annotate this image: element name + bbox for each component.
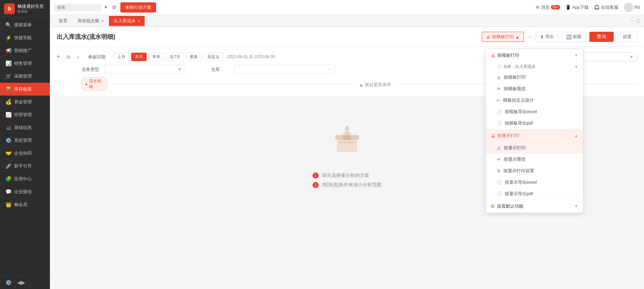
empty-steps: 1 请先选择要分析的方案 2 用[筛选]条件来缩小分析范围 bbox=[313, 170, 381, 189]
item-excel-icon: 📄 bbox=[497, 109, 502, 114]
tab-maximize-icon[interactable]: □ bbox=[637, 18, 640, 24]
display-preview-item-label: 按显示预览 bbox=[504, 156, 526, 162]
sidebar-item-operations[interactable]: 📈 经营管理 bbox=[0, 108, 50, 121]
sidebar-label-quick-nav: 快捷导航 bbox=[14, 35, 32, 41]
template-excel-item[interactable]: 📄 按模板导出excel bbox=[486, 106, 583, 117]
template-custom-item[interactable]: ✏ 模板自定义设计 bbox=[486, 95, 583, 106]
tab-batch[interactable]: 库存批次账 × bbox=[73, 16, 108, 26]
template-print-item[interactable]: 🖨 按模板打印 bbox=[486, 72, 583, 83]
date-btn-prev-month[interactable]: 上月 bbox=[114, 53, 129, 61]
export-button[interactable]: ⬆ 导出 bbox=[536, 32, 558, 42]
more-options-icon[interactable]: ··· bbox=[527, 33, 532, 41]
display-preview-item[interactable]: 👁 按显示预览 bbox=[486, 154, 583, 165]
print-template-label: 按模板打印 bbox=[492, 34, 514, 40]
topbar-search-input[interactable] bbox=[54, 4, 101, 11]
template-print-header-icon: 🖨 bbox=[491, 53, 495, 58]
default-function-section: ⚙ 设置默认功能 ▼ bbox=[486, 200, 583, 213]
date-btn-more[interactable]: 更多 bbox=[186, 53, 202, 61]
date-btn-custom[interactable]: 自定义 bbox=[204, 53, 223, 61]
page-title: 出入库流水(流水明细) bbox=[57, 33, 115, 46]
display-print-header[interactable]: 🖨 按显示打印 ▲ bbox=[486, 129, 583, 142]
guide-icon: 🚀 bbox=[5, 163, 11, 169]
tab-flow-close[interactable]: × bbox=[138, 19, 140, 23]
sidebar-item-member[interactable]: 👑 畅会员 bbox=[0, 198, 50, 211]
filter-add-button[interactable]: + bbox=[57, 53, 60, 60]
sidebar-label-member: 畅会员 bbox=[14, 202, 27, 208]
display-excel-icon: 📄 bbox=[497, 180, 502, 185]
search-icon: 🔍 bbox=[5, 22, 11, 28]
app-name: 畅捷通好生意 bbox=[18, 4, 44, 9]
sidebar-item-guide[interactable]: 🚀 新手引导 bbox=[0, 160, 50, 173]
setting-button[interactable]: 设置 bbox=[617, 32, 637, 42]
print-template-button[interactable]: 🖨 按模板打印 ▲ bbox=[482, 32, 524, 42]
sidebar-label-search: 搜索菜单 bbox=[14, 22, 32, 28]
sidebar-item-inventory[interactable]: 📦 库存核算 bbox=[0, 83, 50, 96]
sidebar-label-appcenter: 应用中心 bbox=[14, 176, 32, 182]
footer-settings-icon[interactable]: ⚙️ bbox=[5, 280, 12, 286]
tab-batch-close[interactable]: × bbox=[101, 19, 104, 23]
sidebar-nav: 🔍 搜索菜单 ⚡ 快捷导航 📢 营销推广 📊 销售管理 🛒 采购管理 📦 库存核… bbox=[0, 17, 50, 276]
sidebar-item-wechat[interactable]: 💬 企业微信 bbox=[0, 185, 50, 198]
display-settings-item[interactable]: ⚙ 按显示打印设置 bbox=[486, 165, 583, 177]
item-print-icon: 🖨 bbox=[497, 75, 501, 80]
display-print-icon: 🖨 bbox=[497, 146, 501, 151]
template-pdf-item[interactable]: 📄 按模板导出pdf bbox=[486, 117, 583, 129]
collapse-button[interactable]: ▲ 收起更多条件 bbox=[359, 82, 391, 88]
template-preview-item[interactable]: 👁 按模板预览 bbox=[486, 83, 583, 95]
display-print-item[interactable]: 🖨 按显示打印 bbox=[486, 142, 583, 154]
sidebar-item-appcenter[interactable]: 🧩 应用中心 bbox=[0, 173, 50, 185]
app-name-block: 畅捷通好生意 标准版 bbox=[18, 4, 44, 14]
print-template-icon: 🖨 bbox=[486, 34, 491, 40]
app-download-item[interactable]: 📱 App下载 bbox=[565, 4, 589, 10]
user-avatar-item[interactable]: Rit bbox=[624, 3, 640, 12]
template-pdf-item-label: 按模板导出pdf bbox=[505, 120, 533, 126]
industry-solution-button[interactable]: 体验行业方案 bbox=[120, 2, 156, 12]
sidebar-item-collab[interactable]: 🤝 企业协同 bbox=[0, 147, 50, 160]
sidebar-item-purchase[interactable]: 🛒 采购管理 bbox=[0, 70, 50, 83]
tag-icon: ● bbox=[85, 82, 88, 86]
sidebar-item-finance[interactable]: 💰 资金管理 bbox=[0, 96, 50, 108]
topbar-dropdown-arrow[interactable]: ▼ bbox=[104, 5, 108, 10]
sidebar-item-system[interactable]: ⚙️ 系统管理 bbox=[0, 134, 50, 147]
date-btn-current-year[interactable]: 本年 bbox=[149, 53, 164, 61]
tab-batch-label: 库存批次账 bbox=[78, 18, 99, 24]
sidebar-item-marketing[interactable]: 📢 营销推广 bbox=[0, 44, 50, 57]
filter-toggle-icon[interactable]: « bbox=[77, 54, 80, 60]
display-pdf-item-label: 按显示导出pdf bbox=[505, 191, 533, 197]
query-button[interactable]: 查询 bbox=[589, 32, 614, 42]
message-item[interactable]: ✉ 消息 99+ bbox=[536, 4, 560, 10]
tabs-bar: 首页 库存批次账 × 出入库流水 × － □ bbox=[50, 15, 644, 27]
topbar: ▼ ⚙ 体验行业方案 ✉ 消息 99+ 📱 App下载 🎧 在线客服 Rit bbox=[50, 0, 644, 15]
sidebar-item-basic[interactable]: 🗂 基础信息 bbox=[0, 121, 50, 134]
page-header: 出入库流水(流水明细) 🖨 按模板打印 ▲ ··· ⬆ 导出 🔄 刷新 查询 设… bbox=[50, 27, 644, 47]
display-pdf-item[interactable]: 📄 按显示导出pdf bbox=[486, 188, 583, 200]
sidebar-item-quick-nav[interactable]: ⚡ 快捷导航 bbox=[0, 31, 50, 44]
display-excel-item[interactable]: 📄 按显示导出excel bbox=[486, 177, 583, 188]
footer-collapse-icon[interactable]: ◀▶ bbox=[17, 280, 25, 286]
default-function-header[interactable]: ⚙ 设置默认功能 ▼ bbox=[486, 200, 583, 213]
date-range-display: 2023-06-01 至 2023-06-30 bbox=[227, 54, 275, 60]
sidebar-item-sales[interactable]: 📊 销售管理 bbox=[0, 57, 50, 70]
warehouse-more-icon[interactable]: ··· bbox=[328, 67, 331, 72]
online-service-item[interactable]: 🎧 在线客服 bbox=[594, 4, 618, 10]
warehouse-select[interactable]: ··· bbox=[234, 65, 335, 74]
bill-type-arrow: ▼ bbox=[629, 54, 634, 59]
user-avatar bbox=[624, 3, 633, 12]
tab-home[interactable]: 首页 bbox=[54, 16, 72, 26]
topbar-gear-icon[interactable]: ⚙ bbox=[112, 4, 116, 10]
refresh-button[interactable]: 🔄 刷新 bbox=[562, 32, 586, 42]
template-custom-item-label: 模板自定义设计 bbox=[503, 97, 534, 103]
filter-settings-icon[interactable]: ⚙ bbox=[66, 54, 71, 60]
biz-type-arrow: ▼ bbox=[177, 67, 182, 72]
date-btn-current-month[interactable]: 本月 bbox=[131, 53, 147, 61]
date-buttons: 上月 本月 本年 近7天 更多 自定义 2023-06-01 至 2023-06… bbox=[114, 53, 275, 61]
sidebar-item-search[interactable]: 🔍 搜索菜单 bbox=[0, 19, 50, 31]
tab-flow[interactable]: 出入库流水 × bbox=[109, 16, 144, 26]
display-excel-item-label: 按显示导出excel bbox=[505, 179, 537, 185]
biz-type-select[interactable]: ▼ bbox=[105, 65, 185, 74]
sidebar: b 畅捷通好生意 标准版 🔍 搜索菜单 ⚡ 快捷导航 📢 营销推广 📊 销售管理… bbox=[0, 0, 50, 289]
tab-minimize-icon[interactable]: － bbox=[629, 18, 634, 24]
template-print-header[interactable]: 🖨 按模板打印 ▼ bbox=[486, 49, 583, 62]
date-btn-last7days[interactable]: 近7天 bbox=[166, 53, 184, 61]
finance-icon: 💰 bbox=[5, 99, 11, 105]
